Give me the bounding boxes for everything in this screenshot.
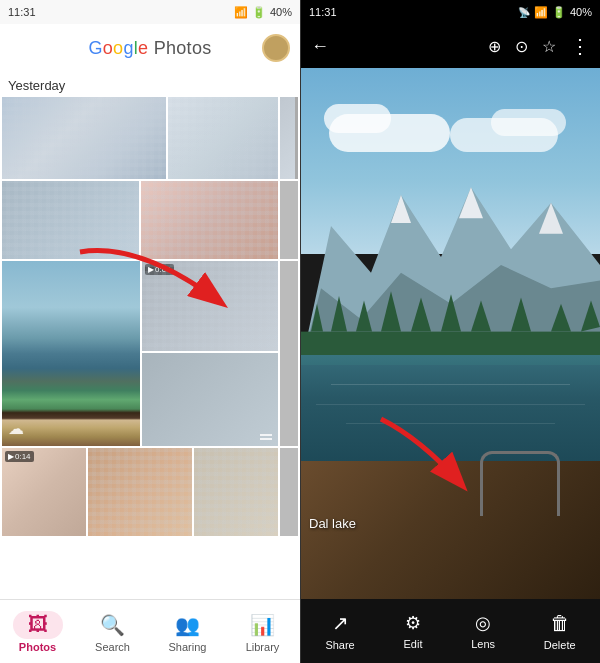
star-icon[interactable]: ☆ bbox=[542, 37, 556, 56]
water-reflections bbox=[301, 365, 600, 461]
right-top-right: ⊕ ⊙ ☆ ⋮ bbox=[488, 34, 590, 58]
photo-thumb[interactable] bbox=[168, 97, 278, 179]
nav-item-search[interactable]: 🔍 Search bbox=[75, 611, 150, 653]
grid-section-2: ☁ ▶ 0:06 bbox=[2, 261, 298, 446]
nav-item-sharing[interactable]: 👥 Sharing bbox=[150, 611, 225, 653]
video-play-icon2: ▶ bbox=[8, 452, 14, 461]
edit-label: Edit bbox=[403, 638, 422, 650]
dal-lake-label: Dal lake bbox=[309, 516, 356, 531]
photos-grid-area: Yesterday bbox=[0, 72, 300, 599]
right-panel: 11:31 📡 📶 🔋 40% ← ⊕ ⊙ ☆ ⋮ bbox=[301, 0, 600, 663]
photo-thumb[interactable] bbox=[280, 97, 298, 179]
lens-label: Lens bbox=[471, 638, 495, 650]
grid-section-2-right: ▶ 0:06 bbox=[142, 261, 278, 446]
more-icon[interactable]: ⋮ bbox=[570, 34, 590, 58]
left-wifi-icon: 📶 bbox=[234, 6, 248, 19]
photo-thumb[interactable] bbox=[2, 97, 166, 179]
photos-icon-wrap: 🖼 bbox=[13, 611, 63, 639]
cloud-4 bbox=[491, 109, 566, 136]
grid-row-1 bbox=[2, 97, 298, 179]
left-status-left: 11:31 bbox=[8, 6, 36, 18]
right-signal-icon: 📡 bbox=[518, 7, 530, 18]
delete-icon: 🗑 bbox=[550, 612, 570, 635]
photo-thumb[interactable] bbox=[194, 448, 278, 536]
edit-icon: ⚙ bbox=[405, 612, 421, 634]
photo-thumb[interactable] bbox=[141, 181, 278, 259]
delete-label: Delete bbox=[544, 639, 576, 651]
sharing-icon: 👥 bbox=[175, 613, 200, 637]
sharing-icon-wrap: 👥 bbox=[163, 611, 213, 639]
upload-icon[interactable]: ⊙ bbox=[515, 37, 528, 56]
left-battery-pct: 40% bbox=[270, 6, 292, 18]
action-lens[interactable]: ◎ Lens bbox=[471, 612, 495, 650]
nav-item-photos[interactable]: 🖼 Photos bbox=[0, 611, 75, 653]
video-play-icon: ▶ bbox=[148, 265, 154, 274]
back-icon[interactable]: ← bbox=[311, 36, 329, 57]
grid-row-right-bottom bbox=[142, 353, 278, 446]
photo-thumb[interactable] bbox=[280, 181, 298, 259]
right-wifi-icon: 📶 bbox=[534, 6, 548, 19]
scrollbar-bottom[interactable] bbox=[280, 448, 298, 536]
photo-viewer[interactable]: Dal lake bbox=[301, 68, 600, 599]
left-status-bar: 11:31 📶 🔋 40% bbox=[0, 0, 300, 24]
google-photos-header: Google Photos bbox=[0, 24, 300, 72]
left-panel: 11:31 📶 🔋 40% Google Photos Yesterday bbox=[0, 0, 300, 663]
boat-railing bbox=[480, 451, 560, 516]
right-status-left: 11:31 bbox=[309, 6, 337, 18]
mountain-svg bbox=[301, 164, 600, 366]
photo-thumb[interactable]: ▶ 0:14 bbox=[2, 448, 86, 536]
cast-icon[interactable]: ⊕ bbox=[488, 37, 501, 56]
sharing-nav-label: Sharing bbox=[169, 641, 207, 653]
search-nav-label: Search bbox=[95, 641, 130, 653]
photo-thumb[interactable]: ☁ bbox=[2, 261, 140, 446]
action-edit[interactable]: ⚙ Edit bbox=[403, 612, 422, 650]
photo-grid: ☁ ▶ 0:06 bbox=[0, 97, 300, 536]
share-label: Share bbox=[325, 639, 354, 651]
share-icon: ↗ bbox=[332, 611, 349, 635]
right-battery-pct: 40% bbox=[570, 6, 592, 18]
right-bottom-bar: ↗ Share ⚙ Edit ◎ Lens 🗑 Delete bbox=[301, 599, 600, 663]
left-status-right: 📶 🔋 40% bbox=[234, 6, 292, 19]
left-battery-icon: 🔋 bbox=[252, 6, 266, 19]
action-share[interactable]: ↗ Share bbox=[325, 611, 354, 651]
right-status-bar: 11:31 📡 📶 🔋 40% bbox=[301, 0, 600, 24]
mountain-area bbox=[301, 164, 600, 366]
video-duration: 0:06 bbox=[155, 265, 171, 274]
action-delete[interactable]: 🗑 Delete bbox=[544, 612, 576, 651]
photo-thumb[interactable] bbox=[142, 353, 278, 446]
grid-row-2 bbox=[2, 181, 298, 259]
right-status-right: 📡 📶 🔋 40% bbox=[518, 6, 592, 19]
scrollbar[interactable] bbox=[280, 261, 298, 446]
grid-row-3: ▶ 0:14 bbox=[2, 448, 298, 536]
library-icon-wrap: 📊 bbox=[238, 611, 288, 639]
photos-icon: 🖼 bbox=[28, 613, 48, 636]
nav-item-library[interactable]: 📊 Library bbox=[225, 611, 300, 653]
right-top-left: ← bbox=[311, 36, 329, 57]
app-title: Google Photos bbox=[88, 38, 211, 59]
video-duration2: 0:14 bbox=[15, 452, 31, 461]
avatar[interactable] bbox=[262, 34, 290, 62]
bottom-nav: 🖼 Photos 🔍 Search 👥 Sharing 📊 Library bbox=[0, 599, 300, 663]
search-icon: 🔍 bbox=[100, 613, 125, 637]
search-icon-wrap: 🔍 bbox=[88, 611, 138, 639]
photo-thumb[interactable]: ▶ 0:06 bbox=[142, 261, 278, 351]
photo-thumb[interactable] bbox=[88, 448, 193, 536]
photos-nav-label: Photos bbox=[19, 641, 56, 653]
lens-icon: ◎ bbox=[475, 612, 491, 634]
right-time: 11:31 bbox=[309, 6, 337, 18]
left-time: 11:31 bbox=[8, 6, 36, 18]
right-battery-icon: 🔋 bbox=[552, 6, 566, 19]
date-label: Yesterday bbox=[0, 72, 300, 97]
photo-thumb[interactable] bbox=[2, 181, 139, 259]
grid-row-right-top: ▶ 0:06 bbox=[142, 261, 278, 351]
right-top-bar: ← ⊕ ⊙ ☆ ⋮ bbox=[301, 24, 600, 68]
cloud-2 bbox=[324, 104, 391, 133]
library-icon: 📊 bbox=[250, 613, 275, 637]
library-nav-label: Library bbox=[246, 641, 280, 653]
